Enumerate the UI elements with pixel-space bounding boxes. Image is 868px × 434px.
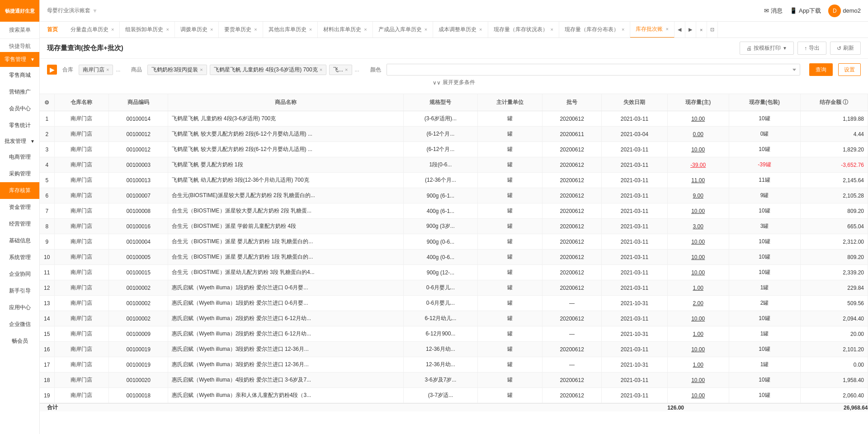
row-qty-main[interactable]: 10.00 bbox=[667, 142, 729, 157]
tab-close-cailiao-chu[interactable]: × bbox=[364, 27, 367, 32]
tab-close-diaob[interactable]: × bbox=[210, 27, 213, 32]
tab-nav-next[interactable]: ▶ bbox=[685, 22, 696, 38]
row-unit: 罐 bbox=[478, 111, 542, 127]
warehouse-tag-nanao-close[interactable]: × bbox=[106, 67, 109, 72]
sidebar-item-retail-stats[interactable]: 零售统计 bbox=[0, 117, 39, 134]
row-qty-main[interactable]: 0.00 bbox=[667, 127, 729, 142]
product-tag-3-close[interactable]: × bbox=[345, 67, 348, 72]
sidebar-item-enterprise[interactable]: 企业协同 bbox=[0, 266, 39, 283]
refresh-button[interactable]: ↺ 刷新 bbox=[830, 42, 861, 55]
tab-close-qita-chu[interactable]: × bbox=[309, 27, 312, 32]
row-qty-main[interactable]: -39.00 bbox=[667, 157, 729, 173]
row-qty-main[interactable]: 10.00 bbox=[667, 373, 729, 388]
sidebar-item-retail-shop[interactable]: 零售商城 bbox=[0, 67, 39, 84]
row-expire: 2021-03-04 bbox=[602, 127, 668, 142]
row-qty-main[interactable]: 3.00 bbox=[667, 219, 729, 234]
col-settings[interactable]: ⚙ bbox=[40, 94, 54, 111]
sidebar-item-retail-mgmt[interactable]: 零售管理 ▼ bbox=[0, 52, 39, 67]
sidebar-item-member[interactable]: 会员中心 bbox=[0, 100, 39, 117]
row-qty-main[interactable]: 2.00 bbox=[667, 296, 729, 311]
color-filter-input[interactable] bbox=[387, 64, 800, 75]
row-qty-main[interactable]: 10.00 bbox=[667, 311, 729, 326]
row-qty-main[interactable]: 1.00 bbox=[667, 357, 729, 373]
row-unit: 罐 bbox=[478, 265, 542, 280]
tab-close-chancheng[interactable]: × bbox=[425, 27, 427, 32]
settings-button[interactable]: 设置 bbox=[838, 63, 861, 76]
table-row: 19 南岸门店 00100018 惠氏启赋（Wyeth illuma）亲和人体儿… bbox=[40, 388, 868, 404]
sidebar-item-wechat[interactable]: 企业微信 bbox=[0, 316, 39, 333]
messages-button[interactable]: ✉ 消息 bbox=[764, 7, 783, 15]
export-button[interactable]: ↑ 导出 bbox=[797, 42, 826, 55]
sidebar-item-finance[interactable]: 资金管理 bbox=[0, 199, 39, 216]
tab-chancheng[interactable]: 产成品入库单历史 × bbox=[373, 22, 433, 38]
sidebar-item-marketing[interactable]: 营销推广 bbox=[0, 84, 39, 100]
row-qty-main[interactable]: 10.00 bbox=[667, 250, 729, 265]
tab-nav-prev[interactable]: ◀ bbox=[675, 22, 685, 38]
row-qty-main[interactable]: 10.00 bbox=[667, 388, 729, 404]
sidebar-item-membership[interactable]: 畅会员 bbox=[0, 333, 39, 349]
sidebar-item-app-center[interactable]: 应用中心 bbox=[0, 299, 39, 316]
row-amount: -3,652.76 bbox=[800, 157, 868, 173]
tab-expand[interactable]: ⊡ bbox=[707, 22, 718, 38]
row-qty-pkg: 1罐 bbox=[729, 326, 800, 342]
row-no: 2 bbox=[40, 127, 54, 142]
row-qty-main[interactable]: 10.00 bbox=[667, 111, 729, 127]
sidebar-item-guide[interactable]: 新手引导 bbox=[0, 283, 39, 299]
tab-qita-chu[interactable]: 其他出库单历史 × bbox=[263, 22, 318, 38]
row-qty-main[interactable]: 1.00 bbox=[667, 326, 729, 342]
row-qty-main[interactable]: 1.00 bbox=[667, 280, 729, 296]
tab-kucun-pici[interactable]: 库存批次账 × bbox=[630, 22, 674, 38]
quick-nav-label[interactable]: 快捷导航 bbox=[0, 39, 39, 52]
row-name: 飞鹤星飞帆 较大婴儿配方奶粉 2段(6-12个月婴幼儿适用) ... bbox=[168, 142, 404, 157]
row-unit: 罐 bbox=[478, 188, 542, 203]
user-avatar-button[interactable]: D demo2 bbox=[828, 5, 861, 17]
tab-close-xiancun-kucun[interactable]: × bbox=[551, 27, 553, 32]
tab-close-fen-liang[interactable]: × bbox=[111, 27, 114, 32]
tab-chengben[interactable]: 成本调整单历史 × bbox=[433, 22, 488, 38]
sidebar-item-operations[interactable]: 经营管理 bbox=[0, 216, 39, 232]
sidebar-item-basic[interactable]: 基础信息 bbox=[0, 232, 39, 249]
warehouse-more[interactable]: ... bbox=[116, 66, 120, 73]
product-tag-1-close[interactable]: × bbox=[200, 67, 203, 72]
tab-close-xiancun-fenbu[interactable]: × bbox=[622, 27, 624, 32]
filter-expand-button[interactable]: ▶ bbox=[47, 65, 57, 75]
tab-home[interactable]: 首页 bbox=[40, 26, 65, 33]
tab-close-zuhe[interactable]: × bbox=[166, 27, 169, 32]
tab-yaohuo[interactable]: 要货单历史 × bbox=[219, 22, 263, 38]
row-no: 9 bbox=[40, 234, 54, 250]
row-qty-main[interactable]: 11.00 bbox=[667, 173, 729, 188]
sidebar-item-ecommerce[interactable]: 电商管理 bbox=[0, 149, 39, 165]
print-button[interactable]: 🖨 按模板打印 ▼ bbox=[740, 42, 794, 55]
tab-cailiao-chu[interactable]: 材料出库单历史 × bbox=[318, 22, 373, 38]
row-qty-main[interactable]: 10.00 bbox=[667, 203, 729, 219]
tab-close-chengben[interactable]: × bbox=[479, 27, 482, 32]
product-tag-2-close[interactable]: × bbox=[320, 67, 322, 72]
row-no: 14 bbox=[40, 311, 54, 326]
tab-diaob[interactable]: 调拨单历史 × bbox=[175, 22, 219, 38]
sidebar-item-purchase[interactable]: 采购管理 bbox=[0, 165, 39, 182]
product-more[interactable]: ... bbox=[355, 66, 359, 73]
query-button[interactable]: 查询 bbox=[809, 63, 833, 76]
row-qty-pkg: 10罐 bbox=[729, 373, 800, 388]
sidebar-item-wholesale[interactable]: 批发管理▼ bbox=[0, 134, 39, 149]
row-qty-main[interactable]: 10.00 bbox=[667, 234, 729, 250]
row-qty-main[interactable]: 10.00 bbox=[667, 342, 729, 357]
sidebar-item-inventory[interactable]: 库存核算 bbox=[0, 182, 39, 199]
tab-xiancun-fenbu[interactable]: 现存量（库存分布表） × bbox=[559, 22, 630, 38]
sidebar-item-system[interactable]: 系统管理 bbox=[0, 249, 39, 266]
tab-close-all[interactable]: × bbox=[696, 22, 707, 38]
row-qty-main[interactable]: 10.00 bbox=[667, 265, 729, 280]
row-qty-pkg: 10罐 bbox=[729, 203, 800, 219]
tab-xiancun-kucun[interactable]: 现存量（库存状况表） × bbox=[488, 22, 559, 38]
tab-close-yaohuo[interactable]: × bbox=[254, 27, 257, 32]
tab-zuhe[interactable]: 组装拆卸单历史 × bbox=[120, 22, 175, 38]
search-menu-button[interactable]: 搜索菜单 bbox=[0, 22, 39, 39]
expand-more-conditions[interactable]: ∨∨ 展开更多条件 bbox=[47, 76, 861, 89]
row-no: 16 bbox=[40, 342, 54, 357]
col-unit: 主计量单位 bbox=[478, 94, 542, 111]
row-qty-main[interactable]: 9.00 bbox=[667, 188, 729, 203]
app-download-button[interactable]: 📱 App下载 bbox=[790, 7, 821, 15]
tab-fen-liang[interactable]: 分量盘点单历史 × bbox=[65, 22, 120, 38]
table-footer: 合计 126.00 26,968.64 bbox=[40, 403, 868, 411]
tab-close-kucun-pici[interactable]: × bbox=[665, 27, 668, 32]
